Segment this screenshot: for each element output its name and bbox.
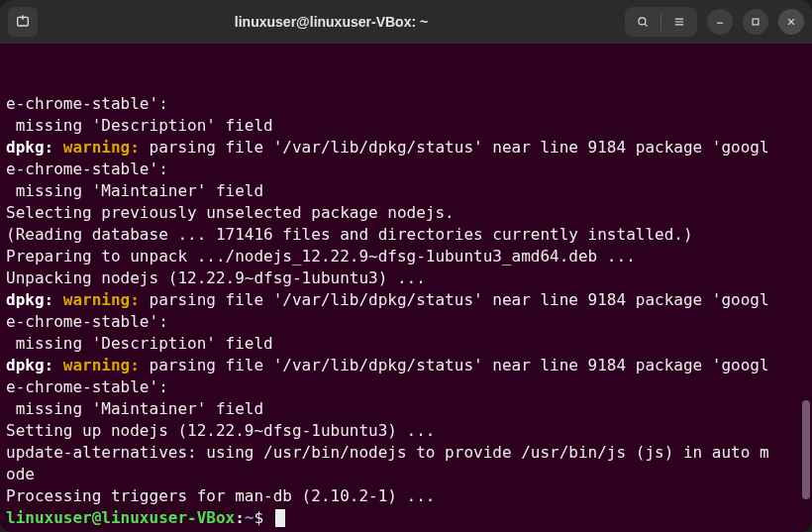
titlebar-left [8, 7, 38, 37]
terminal-line: missing 'Description' field [6, 333, 806, 355]
hamburger-icon [672, 15, 686, 29]
svg-point-3 [639, 18, 646, 25]
new-tab-button[interactable] [8, 7, 38, 37]
close-icon [784, 15, 798, 29]
maximize-icon [749, 15, 762, 29]
terminal-line: e-chrome-stable': [6, 159, 806, 180]
prompt-colon: : [235, 508, 245, 527]
terminal-line: dpkg: warning: parsing file '/var/lib/dp… [6, 355, 806, 376]
titlebar-right [625, 7, 804, 37]
search-icon [636, 15, 650, 29]
new-tab-icon [15, 14, 31, 30]
terminal-viewport[interactable]: e-chrome-stable': missing 'Description' … [0, 44, 812, 532]
cursor [275, 509, 285, 527]
terminal-line: ode [6, 464, 806, 485]
terminal-line: Setting up nodejs (12.22.9~dfsg-1ubuntu3… [6, 420, 806, 442]
terminal-line: e-chrome-stable': [6, 93, 806, 115]
window-title: linuxuser@linuxuser-VBox: ~ [44, 14, 619, 30]
terminal-line: update-alternatives: using /usr/bin/node… [6, 442, 806, 464]
prompt-user-host: linuxuser@linuxuser-VBox [6, 508, 235, 527]
menu-button[interactable] [661, 7, 697, 37]
scrollbar-thumb[interactable] [802, 400, 810, 499]
terminal-line: Processing triggers for man-db (2.10.2-1… [6, 485, 806, 507]
terminal-output: e-chrome-stable': missing 'Description' … [6, 93, 806, 507]
svg-line-4 [645, 24, 648, 27]
terminal-line: Preparing to unpack .../nodejs_12.22.9~d… [6, 246, 806, 267]
terminal-line: missing 'Maintainer' field [6, 180, 806, 202]
search-button[interactable] [625, 7, 660, 37]
terminal-line: e-chrome-stable': [6, 311, 806, 333]
terminal-line: dpkg: warning: parsing file '/var/lib/dp… [6, 289, 806, 311]
titlebar-tool-group [625, 7, 697, 37]
minimize-icon [713, 15, 727, 29]
svg-rect-9 [753, 19, 759, 25]
maximize-button[interactable] [743, 9, 768, 35]
terminal-line: missing 'Maintainer' field [6, 398, 806, 420]
terminal-line: missing 'Description' field [6, 115, 806, 137]
titlebar: linuxuser@linuxuser-VBox: ~ [0, 0, 812, 44]
terminal-line: Selecting previously unselected package … [6, 202, 806, 224]
terminal-line: (Reading database ... 171416 files and d… [6, 224, 806, 246]
minimize-button[interactable] [707, 9, 733, 35]
prompt-dollar: $ [254, 508, 272, 527]
terminal-line: e-chrome-stable': [6, 376, 806, 398]
terminal-line: dpkg: warning: parsing file '/var/lib/dp… [6, 137, 806, 159]
terminal-line: Unpacking nodejs (12.22.9~dfsg-1ubuntu3)… [6, 267, 806, 289]
close-button[interactable] [778, 9, 804, 35]
